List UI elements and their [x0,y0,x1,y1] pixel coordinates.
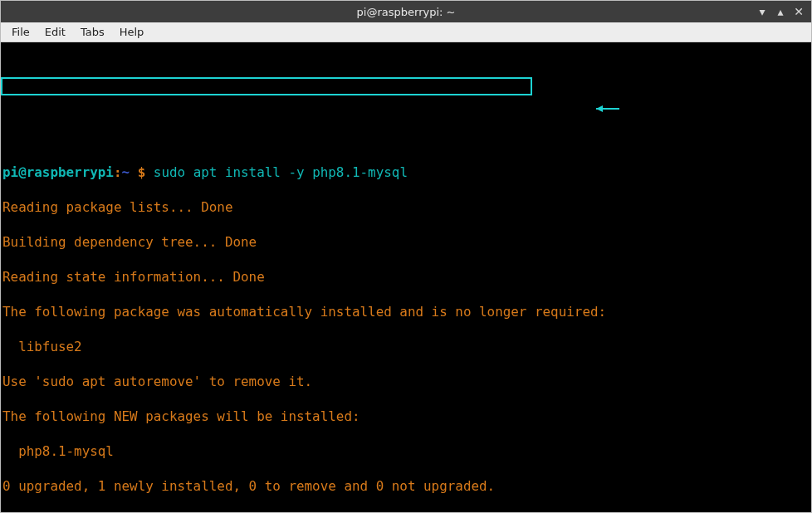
terminal-scrollbar[interactable] [802,42,812,513]
arrow-annotation [532,85,557,88]
close-button[interactable]: ✕ [791,1,806,22]
prompt-line: pi@raspberrypi:~ $ sudo apt install -y p… [2,164,810,182]
titlebar[interactable]: pi@raspberrypi: ~ ▾ ▴ ✕ [1,1,811,22]
minimize-button[interactable]: ▾ [755,1,770,22]
window-title: pi@raspberrypi: ~ [357,6,456,18]
terminal-area[interactable]: pi@raspberrypi:~ $ sudo apt install -y p… [1,42,811,512]
window-controls: ▾ ▴ ✕ [755,1,806,22]
output-line: php8.1-mysql [2,443,810,461]
output-line: The following NEW packages will be insta… [2,408,810,426]
prompt-userhost: pi@raspberrypi [2,164,114,180]
output-line: libfuse2 [2,339,810,356]
output-line: Use 'sudo apt autoremove' to remove it. [2,374,810,391]
scrollbar-thumb[interactable] [804,42,810,513]
prompt-dollar: $ [130,164,154,180]
output-line: The following package was automatically … [2,304,810,321]
svg-marker-1 [596,105,603,112]
terminal-content: pi@raspberrypi:~ $ sudo apt install -y p… [1,77,811,512]
terminal-window: pi@raspberrypi: ~ ▾ ▴ ✕ File Edit Tabs H… [0,0,812,513]
maximize-button[interactable]: ▴ [773,1,788,22]
output-line: Reading package lists... Done [2,199,810,217]
menu-edit[interactable]: Edit [37,24,73,40]
menu-tabs[interactable]: Tabs [73,24,112,40]
menubar: File Edit Tabs Help [1,22,811,42]
output-line: Reading state information... Done [2,269,810,286]
prompt-path: ~ [122,164,130,180]
highlight-annotation [1,77,532,95]
menu-file[interactable]: File [4,24,37,40]
output-line: Building dependency tree... Done [2,234,810,252]
menu-help[interactable]: Help [112,24,152,40]
prompt-colon: : [114,164,122,180]
output-line: 0 upgraded, 1 newly installed, 0 to remo… [2,478,810,496]
prompt-command: sudo apt install -y php8.1-mysql [154,164,408,180]
